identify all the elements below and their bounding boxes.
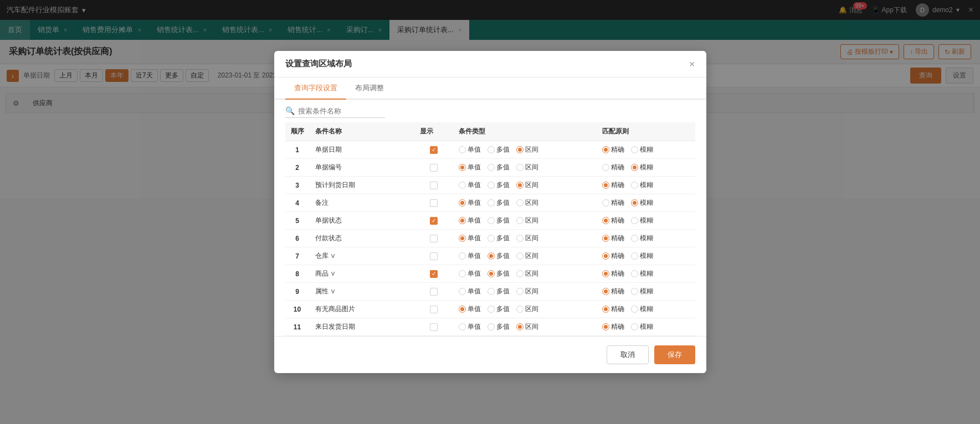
- modal-tab-layout-label: 布局调整: [355, 84, 384, 92]
- radio-item-区间[interactable]: 区间: [516, 163, 538, 172]
- radio-match-模糊[interactable]: 模糊: [631, 180, 653, 190]
- cell-match-rule: 精确模糊: [597, 159, 695, 177]
- radio-match-模糊-input[interactable]: [631, 182, 638, 189]
- modal-table-header-row: 顺序 条件名称 显示 条件类型 匹配原则: [285, 122, 695, 141]
- th-match-rule: 匹配原则: [597, 122, 695, 141]
- radio-区间[interactable]: [516, 182, 524, 189]
- radio-item-多值[interactable]: 多值: [488, 163, 510, 172]
- cell-condition-type: 单值多值区间: [453, 141, 597, 159]
- modal-tab-layout-adjust[interactable]: 布局调整: [346, 77, 393, 100]
- cell-display[interactable]: [414, 177, 453, 194]
- cell-display[interactable]: [414, 194, 453, 199]
- radio-item-单值[interactable]: 单值: [459, 163, 481, 172]
- radio-match-模糊[interactable]: 模糊: [631, 163, 653, 172]
- radio-match-精确-input[interactable]: [602, 182, 609, 189]
- cell-index: 2: [285, 159, 310, 177]
- cell-index: 4: [285, 194, 310, 199]
- cell-condition-type: 单值多值区间: [453, 177, 597, 194]
- radio-match-模糊-input[interactable]: [631, 146, 638, 153]
- cell-display[interactable]: [414, 141, 453, 159]
- search-input-wrap: 🔍: [285, 106, 385, 118]
- cell-match-rule: 精确模糊: [597, 177, 695, 194]
- radio-item-多值[interactable]: 多值: [488, 145, 510, 154]
- modal-table: 顺序 条件名称 显示 条件类型 匹配原则 1单据日期单值多值区间精确模糊2单据编…: [285, 122, 695, 198]
- radio-match-精确-input[interactable]: [602, 164, 609, 171]
- modal-overlay[interactable]: 设置查询区域布局 × 查询字段设置 布局调整 🔍: [0, 0, 980, 198]
- modal-tab-field-settings[interactable]: 查询字段设置: [285, 77, 346, 100]
- radio-item-单值[interactable]: 单值: [459, 145, 481, 154]
- modal-tab-field-settings-label: 查询字段设置: [294, 84, 337, 92]
- radio-单值[interactable]: [459, 146, 466, 153]
- display-checkbox[interactable]: [430, 146, 438, 154]
- radio-item-区间[interactable]: 区间: [516, 180, 538, 190]
- cell-index: 1: [285, 141, 310, 159]
- modal-tabs: 查询字段设置 布局调整: [274, 77, 706, 100]
- cell-display[interactable]: [414, 159, 453, 177]
- radio-match-精确[interactable]: 精确: [602, 145, 624, 154]
- table-row: 1单据日期单值多值区间精确模糊: [285, 141, 695, 159]
- cell-match-rule: 精确模糊: [597, 194, 695, 199]
- radio-match-精确-input[interactable]: [602, 146, 609, 153]
- table-row: 2单据编号单值多值区间精确模糊: [285, 159, 695, 177]
- th-order: 顺序: [285, 122, 310, 141]
- th-condition-type: 条件类型: [453, 122, 597, 141]
- radio-match-模糊-input[interactable]: [631, 164, 638, 171]
- radio-多值[interactable]: [488, 146, 495, 153]
- radio-match-精确[interactable]: 精确: [602, 163, 624, 172]
- cell-name: 单据日期: [310, 141, 415, 159]
- display-checkbox[interactable]: [430, 164, 438, 172]
- cell-condition-type: 单值多值区间: [453, 159, 597, 177]
- cell-name: 预计到货日期: [310, 177, 415, 194]
- radio-区间[interactable]: [516, 146, 524, 153]
- th-condition-name: 条件名称: [310, 122, 415, 141]
- cell-name: 备注: [310, 194, 415, 199]
- search-icon: 🔍: [285, 106, 295, 115]
- modal-table-wrap[interactable]: 顺序 条件名称 显示 条件类型 匹配原则 1单据日期单值多值区间精确模糊2单据编…: [274, 122, 706, 198]
- cell-index: 3: [285, 177, 310, 194]
- modal-close-button[interactable]: ×: [689, 59, 695, 69]
- cell-match-rule: 精确模糊: [597, 141, 695, 159]
- radio-单值[interactable]: [459, 182, 466, 189]
- radio-item-单值[interactable]: 单值: [459, 180, 481, 190]
- radio-多值[interactable]: [488, 164, 495, 171]
- table-row: 3预计到货日期单值多值区间精确模糊: [285, 177, 695, 194]
- modal-search-area: 🔍: [274, 100, 706, 122]
- radio-match-精确[interactable]: 精确: [602, 180, 624, 190]
- display-checkbox[interactable]: [430, 182, 438, 189]
- radio-match-模糊[interactable]: 模糊: [631, 145, 653, 154]
- cell-name: 单据编号: [310, 159, 415, 177]
- modal-dialog: 设置查询区域布局 × 查询字段设置 布局调整 🔍: [274, 51, 706, 198]
- search-input[interactable]: [298, 107, 376, 115]
- radio-多值[interactable]: [488, 182, 495, 189]
- radio-区间[interactable]: [516, 164, 524, 171]
- radio-item-多值[interactable]: 多值: [488, 180, 510, 190]
- radio-单值[interactable]: [459, 164, 466, 171]
- modal-title: 设置查询区域布局: [285, 59, 352, 69]
- th-display: 显示: [414, 122, 453, 141]
- table-row: 4备注单值多值区间精确模糊: [285, 194, 695, 199]
- modal-header: 设置查询区域布局 ×: [274, 51, 706, 77]
- radio-item-区间[interactable]: 区间: [516, 145, 538, 154]
- modal-body: 查询字段设置 布局调整 🔍 顺序 条: [274, 77, 706, 198]
- cell-condition-type: 单值多值区间: [453, 194, 597, 199]
